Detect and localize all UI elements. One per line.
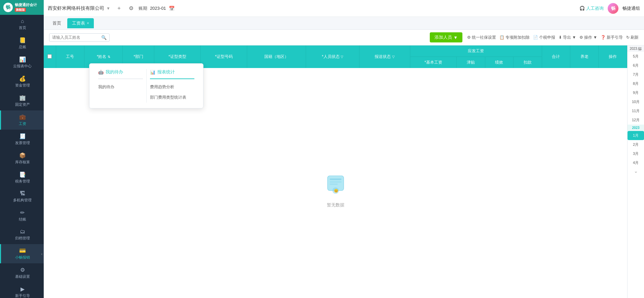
dropdown-col-todo-header: 🤖 我的待办 bbox=[98, 69, 143, 79]
right-panel: × 2023.01 5月 6月 7月 8月 9月 10月 11月 12月 202… bbox=[627, 45, 644, 298]
dropdown-item-my-todo[interactable]: 我的待办 bbox=[98, 82, 143, 92]
rp-month-10[interactable]: 10月 bbox=[628, 97, 644, 106]
sidebar-item-ledger[interactable]: 📒 总账 bbox=[0, 34, 44, 53]
closing-icon: ✏ bbox=[20, 209, 25, 216]
rp-month-9[interactable]: 9月 bbox=[628, 88, 644, 97]
sidebar-item-guide[interactable]: ▶ 新手引导 bbox=[0, 283, 44, 298]
dropdown-item-cost-trend[interactable]: 费用趋势分析 bbox=[150, 82, 195, 92]
ops-btn[interactable]: ⚙ 操作 ▼ bbox=[579, 35, 597, 40]
sidebar-label-funds: 资金管理 bbox=[15, 83, 30, 88]
sidebar-item-invoice[interactable]: 🧾 发票管理 bbox=[0, 130, 44, 149]
add-person-chevron: ▼ bbox=[453, 35, 458, 40]
company-name: 西安虾米网络科技有限公司 bbox=[48, 5, 104, 11]
sidebar-label-ledger: 总账 bbox=[19, 44, 26, 49]
th-num: 工号 bbox=[56, 45, 84, 68]
search-input[interactable] bbox=[52, 35, 99, 40]
add-person-label: 添加人员 bbox=[434, 34, 452, 40]
tabbar: 首页 工资表 × bbox=[44, 17, 644, 30]
special-deduction-btn[interactable]: 📋 专项附加扣除 bbox=[499, 35, 530, 40]
sidebar-label-salary: 工资 bbox=[19, 121, 26, 126]
salary-icon: 💼 bbox=[19, 114, 26, 120]
sidebar-item-multi[interactable]: 🏗 多机构管理 bbox=[0, 187, 44, 206]
company-selector[interactable]: 西安虾米网络科技有限公司 ▼ bbox=[48, 5, 110, 11]
period-value: 2023-01 bbox=[150, 6, 166, 11]
dropdown-col-reports: 📊 报表统计 费用趋势分析 部门费用类型统计表 bbox=[147, 69, 198, 103]
sidebar-item-funds[interactable]: 💰 资金管理 bbox=[0, 72, 44, 91]
settings-btn[interactable]: ⚙ bbox=[126, 4, 136, 13]
sidebar-item-inventory[interactable]: 📦 库存核算 bbox=[0, 149, 44, 168]
sidebar-item-xiaochang[interactable]: 💳 小畅报销 ‹ bbox=[0, 244, 44, 263]
close-panel-btn[interactable]: × bbox=[636, 45, 644, 54]
dropdown-columns: 🤖 我的待办 我的待办 📊 报表统计 费用趋势分析 bbox=[95, 69, 198, 103]
company-chevron-icon: ▼ bbox=[106, 6, 110, 11]
funds-icon: 💰 bbox=[19, 75, 26, 82]
service-btn[interactable]: 🎧 人工咨询 bbox=[579, 5, 604, 11]
tab-home[interactable]: 首页 bbox=[48, 18, 66, 28]
tab-close-btn[interactable]: × bbox=[87, 21, 89, 26]
svg-rect-3 bbox=[330, 184, 338, 185]
todo-header-label: 我的待办 bbox=[106, 69, 123, 75]
rp-month-7[interactable]: 7月 bbox=[628, 70, 644, 79]
sidebar-item-assets[interactable]: 🏢 固定资产 bbox=[0, 91, 44, 110]
multi-icon: 🏗 bbox=[20, 191, 25, 197]
export-icon: ⬇ bbox=[559, 35, 562, 40]
th-performance: 绩效 bbox=[485, 57, 513, 68]
search-icon[interactable]: 🔍 bbox=[101, 35, 107, 40]
sidebar-item-tax[interactable]: 📑 税务管理 bbox=[0, 168, 44, 187]
add-company-btn[interactable]: ＋ bbox=[114, 4, 124, 13]
refresh-btn[interactable]: ↻ 刷新 bbox=[626, 35, 639, 40]
th-checkbox[interactable] bbox=[44, 45, 56, 68]
export-chevron: ▼ bbox=[572, 35, 576, 40]
sidebar-item-salary[interactable]: 💼 工资 bbox=[0, 110, 44, 130]
content-area: 🔍 添加人员 ▼ ⚙ 统一社保设置 📋 专项附加扣除 📄 个税申报 bbox=[44, 30, 644, 298]
sidebar-item-settings[interactable]: ⚙ 基础设置 bbox=[0, 263, 44, 283]
rp-month-3[interactable]: 3月 bbox=[628, 149, 644, 158]
new-guide-icon: ❓ bbox=[601, 35, 606, 40]
tab-salary-table[interactable]: 工资表 × bbox=[67, 18, 94, 28]
calendar-icon[interactable]: 📅 bbox=[169, 6, 175, 11]
sidebar-label-home: 首页 bbox=[19, 25, 26, 30]
rp-scroll-down[interactable]: ⌄ bbox=[628, 167, 644, 175]
special-deduction-label: 专项附加扣除 bbox=[505, 35, 530, 40]
empty-icon: 😊 bbox=[322, 172, 349, 199]
social-security-btn[interactable]: ⚙ 统一社保设置 bbox=[467, 35, 496, 40]
toolbar-actions: ⚙ 统一社保设置 📋 专项附加扣除 📄 个税申报 ⬇ 导出 ▼ ⚙ bbox=[467, 35, 639, 40]
logo-title: 畅捷通好会计 bbox=[15, 3, 37, 7]
tax-declaration-btn[interactable]: 📄 个税申报 bbox=[533, 35, 555, 40]
sidebar-label-xiaochang: 小畅报销 bbox=[15, 255, 30, 260]
rp-month-2[interactable]: 2月 bbox=[628, 140, 644, 149]
sidebar: 畅 畅捷通好会计 旗舰版 ⌂ 首页 📒 总账 📊 云报表中心 💰 资金管理 🏢 … bbox=[0, 0, 44, 298]
rp-month-1[interactable]: 1月 bbox=[628, 131, 644, 140]
period-label: 账期 bbox=[139, 5, 147, 11]
th-id-no: *证型号码 bbox=[200, 45, 247, 68]
logo-sub: 旗舰版 bbox=[15, 8, 26, 12]
export-btn[interactable]: ⬇ 导出 ▼ bbox=[559, 35, 576, 40]
dropdown-col-reports-header: 📊 报表统计 bbox=[150, 69, 195, 79]
sidebar-item-archive[interactable]: 🗂 归档管理 bbox=[0, 225, 44, 244]
add-person-btn[interactable]: 添加人员 ▼ bbox=[430, 32, 462, 42]
ops-icon: ⚙ bbox=[579, 35, 583, 40]
rp-month-4[interactable]: 4月 bbox=[628, 158, 644, 167]
sidebar-item-closing[interactable]: ✏ 结账 bbox=[0, 206, 44, 225]
rp-month-11[interactable]: 11月 bbox=[628, 106, 644, 115]
sidebar-item-home[interactable]: ⌂ 首页 bbox=[0, 15, 44, 34]
topbar-actions: ＋ ⚙ bbox=[114, 4, 136, 13]
rp-month-12[interactable]: 12月 bbox=[628, 115, 644, 125]
th-bonus: 津贴 bbox=[457, 57, 485, 68]
tax-declaration-label: 个税申报 bbox=[539, 35, 555, 40]
select-all-checkbox[interactable] bbox=[47, 54, 52, 59]
sidebar-label-assets: 固定资产 bbox=[15, 102, 30, 107]
topbar-right: 🎧 人工咨询 畅 畅捷通组 bbox=[579, 3, 640, 14]
user-avatar[interactable]: 畅 bbox=[608, 3, 618, 14]
refresh-icon: ↻ bbox=[626, 35, 630, 40]
reports-header-icon: 📊 bbox=[150, 70, 155, 75]
new-guide-btn[interactable]: ❓ 新手引导 bbox=[601, 35, 623, 40]
dropdown-item-dept-cost[interactable]: 部门费用类型统计表 bbox=[150, 92, 195, 103]
ledger-icon: 📒 bbox=[19, 37, 26, 43]
rp-month-6[interactable]: 6月 bbox=[628, 61, 644, 70]
sidebar-item-reports[interactable]: 📊 云报表中心 bbox=[0, 53, 44, 72]
rp-month-8[interactable]: 8月 bbox=[628, 79, 644, 88]
th-total: 合计 bbox=[542, 45, 570, 68]
rp-year-current[interactable]: 2023 bbox=[628, 125, 644, 131]
special-deduction-icon: 📋 bbox=[499, 35, 504, 40]
